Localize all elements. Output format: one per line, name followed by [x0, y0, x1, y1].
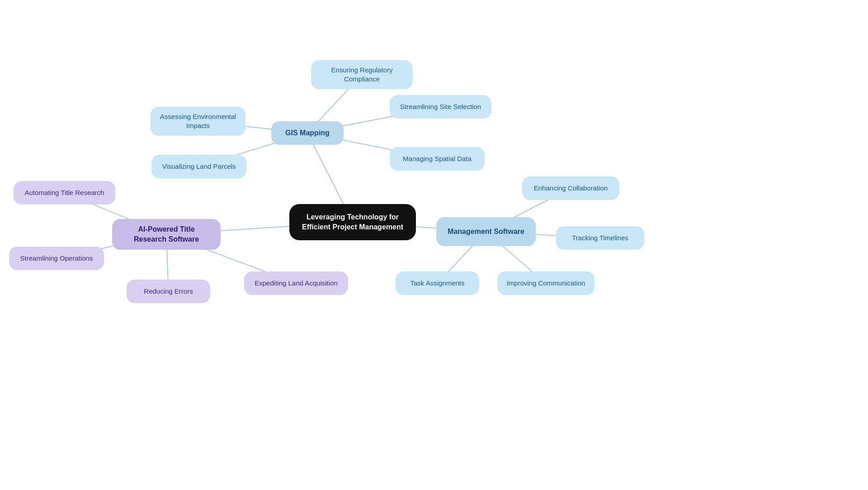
mind-map-diagram: Leveraging Technology for Efficient Proj…	[0, 0, 868, 490]
node-task-assignments: Task Assignments	[396, 271, 479, 295]
node-ensuring-regulatory: Ensuring Regulatory Compliance	[311, 60, 413, 89]
node-reducing-errors: Reducing Errors	[127, 280, 210, 303]
node-enhancing-collab: Enhancing Collaboration	[522, 176, 619, 200]
node-assessing-environmental: Assessing Environmental Impacts	[151, 107, 245, 136]
node-ai-title: AI-Powered Title Research Software	[112, 219, 221, 250]
node-gis-mapping: GIS Mapping	[271, 121, 344, 145]
node-managing-spatial: Managing Spatial Data	[390, 147, 485, 171]
node-streamlining-site: Streamlining Site Selection	[390, 95, 491, 119]
center-node: Leveraging Technology for Efficient Proj…	[289, 204, 416, 240]
node-improving-comm: Improving Communication	[497, 271, 594, 295]
node-tracking-timelines: Tracking Timelines	[556, 226, 644, 250]
node-streamlining-ops: Streamlining Operations	[9, 247, 104, 270]
node-visualizing-land: Visualizing Land Parcels	[151, 155, 246, 178]
node-expediting-land: Expediting Land Acquisition	[244, 271, 348, 295]
node-automating-title: Automating Title Research	[14, 181, 115, 205]
node-management-software: Management Software	[436, 217, 536, 246]
